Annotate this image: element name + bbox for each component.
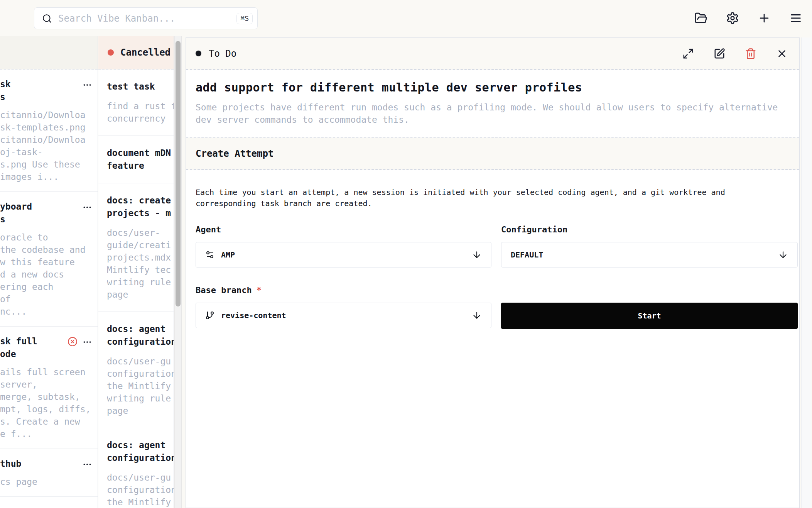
- task-card-title: sk fullode: [0, 335, 37, 361]
- task-card-description: docs/user-guide/creatiprojects.mdxMintli…: [107, 227, 174, 301]
- search-box[interactable]: ⌘S: [34, 7, 258, 29]
- kanban-column-cancelled: Cancelled test task find a rust fconcurr…: [98, 36, 174, 508]
- task-card-title: docs: createprojects - m: [107, 194, 171, 220]
- topbar: ⌘S: [0, 0, 812, 36]
- agent-select[interactable]: AMP: [196, 242, 491, 268]
- task-card-description: find a rust fconcurrency: [107, 100, 174, 125]
- task-card-description: citannio/Downloask-templates.pngcitannio…: [0, 109, 92, 183]
- task-card[interactable]: docs: agentconfiguration docs/user-gucon…: [98, 428, 174, 508]
- card-menu-button[interactable]: [82, 337, 92, 347]
- task-card[interactable]: test task find a rust fconcurrency: [98, 69, 174, 136]
- create-attempt-section-header: Create Attempt: [186, 137, 799, 170]
- search-shortcut-badge: ⌘S: [236, 13, 253, 24]
- required-asterisk: *: [257, 285, 262, 295]
- git-branch-icon: [205, 311, 214, 320]
- configuration-select[interactable]: DEFAULT: [501, 242, 798, 268]
- task-card-title: docs: agentconfiguration: [107, 323, 174, 348]
- task-card-description: docs/user-guconfigurationthe Mintlifywri…: [107, 471, 174, 508]
- create-attempt-heading: Create Attempt: [196, 148, 273, 159]
- cancelled-status-icon: [68, 337, 78, 347]
- topbar-actions: [694, 0, 803, 36]
- search-input[interactable]: [58, 13, 236, 24]
- close-icon[interactable]: [776, 48, 788, 59]
- add-plus-icon[interactable]: [757, 11, 771, 25]
- task-card[interactable]: docs: agentconfiguration docs/user-gucon…: [98, 312, 174, 428]
- task-card-title: document mDNfeature: [107, 147, 171, 172]
- agent-value: AMP: [221, 250, 235, 259]
- arrow-down-icon: [472, 250, 482, 260]
- sliders-icon: [205, 250, 214, 259]
- board-vertical-scrollbar[interactable]: [174, 36, 182, 508]
- agent-label: Agent: [196, 225, 491, 234]
- scrollbar-thumb[interactable]: [176, 41, 181, 306]
- task-card-description: docs/user-guconfigurationthe Mintlifywri…: [107, 355, 174, 417]
- task-card-title: test task: [107, 80, 155, 93]
- open-folder-icon[interactable]: [694, 11, 708, 25]
- kanban-column-left: sks citannio/Downloask-templates.pngcita…: [0, 36, 98, 508]
- column-header: [0, 36, 98, 69]
- task-description: Some projects have different run modes s…: [196, 101, 790, 126]
- column-title: Cancelled: [120, 47, 171, 58]
- delete-trash-icon[interactable]: [745, 48, 756, 59]
- edit-icon[interactable]: [714, 48, 725, 59]
- task-card[interactable]: sks citannio/Downloask-templates.pngcita…: [0, 69, 98, 192]
- task-card-description: ails full screenserver,merge, subtask,mp…: [0, 366, 92, 440]
- settings-gear-icon[interactable]: [726, 11, 739, 25]
- task-detail-panel: To Do add support for different multiple…: [186, 37, 800, 508]
- task-card-description: cs page: [0, 476, 92, 488]
- arrow-down-icon: [472, 310, 482, 320]
- base-branch-label: Base branch*: [196, 285, 798, 295]
- card-menu-button[interactable]: [82, 459, 92, 469]
- task-card-description: oracle tothe codebase andw this featured…: [0, 231, 92, 318]
- cancelled-dot-icon: [108, 49, 114, 56]
- base-branch-select[interactable]: revise-content: [196, 303, 491, 328]
- task-card-title: yboards: [0, 200, 32, 226]
- menu-hamburger-icon[interactable]: [789, 11, 803, 25]
- task-card[interactable]: docs: createprojects - m docs/user-guide…: [98, 183, 174, 312]
- panel-header: To Do: [186, 38, 799, 70]
- arrow-down-icon: [778, 250, 788, 260]
- configuration-value: DEFAULT: [511, 250, 543, 259]
- task-title: add support for different multiple dev s…: [196, 81, 788, 94]
- column-header-cancelled: Cancelled: [98, 36, 174, 69]
- task-card[interactable]: thub cs page: [0, 449, 98, 497]
- search-icon: [42, 14, 52, 24]
- status-badge: To Do: [209, 48, 236, 59]
- panel-actions: [682, 48, 788, 59]
- vibe-kanban-app: ⌘S sks: [0, 0, 812, 508]
- task-card-title: thub: [0, 457, 21, 470]
- expand-icon[interactable]: [682, 48, 694, 59]
- card-menu-button[interactable]: [82, 202, 92, 212]
- start-button[interactable]: Start: [501, 303, 798, 329]
- task-card[interactable]: sk fullode ails full screenserver,merge,…: [0, 327, 98, 449]
- panel-vertical-scrollbar[interactable]: [801, 37, 811, 508]
- task-card[interactable]: yboards oracle tothe codebase andw this …: [0, 192, 98, 327]
- create-attempt-form: Agent Configuration AMP DEFAULT: [196, 225, 798, 329]
- task-card[interactable]: document mDNfeature: [98, 136, 174, 183]
- base-branch-value: revise-content: [221, 311, 286, 320]
- configuration-label: Configuration: [501, 225, 798, 234]
- task-card-title: docs: agentconfiguration: [107, 439, 174, 464]
- task-card-title: sks: [0, 78, 11, 103]
- card-menu-button[interactable]: [82, 80, 92, 90]
- status-dot-icon: [196, 51, 201, 56]
- create-attempt-info: Each time you start an attempt, a new se…: [196, 187, 790, 209]
